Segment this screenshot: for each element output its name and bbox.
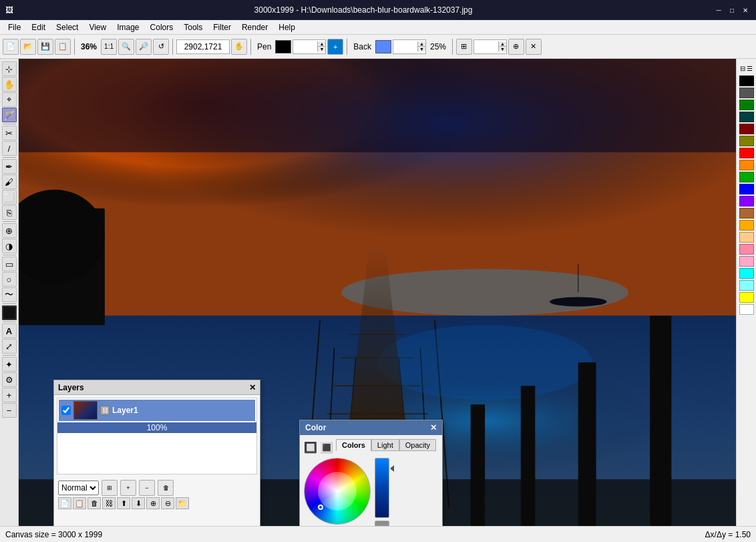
delete-layer-btn[interactable]: 🗑 [87, 497, 101, 509]
canvas-area[interactable]: Layers ✕ ⛓ Layer1 100% Normal ⊞ + [19, 59, 736, 526]
back-value-spinner[interactable]: 192 ▲ ▼ [393, 39, 426, 54]
maximize-button[interactable]: □ [727, 5, 737, 15]
color-icon-2[interactable]: 🔳 [320, 441, 333, 454]
back-up-btn[interactable]: ▲ [417, 41, 425, 47]
swatch-2[interactable] [739, 100, 754, 110]
color-dialog-title[interactable]: Color ✕ [300, 420, 442, 435]
swatch-13[interactable] [739, 232, 754, 243]
menu-image[interactable]: Image [112, 20, 144, 34]
menu-colors[interactable]: Colors [145, 20, 179, 34]
swatch-1[interactable] [739, 88, 754, 98]
menu-tools[interactable]: Tools [178, 20, 208, 34]
layers-delete[interactable]: 🗑 [158, 480, 174, 496]
swatch-19[interactable] [739, 304, 754, 315]
layers-zoom-in[interactable]: + [120, 480, 136, 496]
layers-mode-select[interactable]: Normal [58, 481, 99, 495]
merge-btn[interactable]: ⊕ [146, 497, 160, 509]
extra-action-btn[interactable]: ⊕ [508, 39, 524, 55]
layer-opacity[interactable]: 100% [57, 422, 256, 433]
swatch-15[interactable] [739, 256, 754, 267]
move-down-btn[interactable]: ⬇ [132, 497, 145, 509]
pan-button[interactable]: ✋ [231, 39, 247, 55]
link-layer-btn[interactable]: ⛓ [102, 497, 116, 509]
new-layer-btn[interactable]: 📄 [58, 497, 71, 509]
extra-value-input[interactable]: 255 [474, 40, 498, 53]
move-up-btn[interactable]: ⬆ [117, 497, 130, 509]
back-down-btn[interactable]: ▼ [417, 47, 425, 51]
rotate-button[interactable]: ↺ [153, 39, 169, 55]
tab-opacity[interactable]: Opacity [399, 439, 436, 451]
layer-visibility-checkbox[interactable] [61, 406, 71, 415]
zoom-in-button[interactable]: 🔍 [118, 39, 134, 55]
close-button[interactable]: ✕ [740, 5, 751, 15]
swatch-6[interactable] [739, 148, 754, 158]
rect-select-tool[interactable]: ▭ [2, 257, 17, 271]
menu-edit[interactable]: Edit [26, 20, 51, 34]
swatch-18[interactable] [739, 292, 754, 303]
extra-value-spinner[interactable]: 255 ▲ ▼ [474, 39, 507, 54]
swatch-16[interactable] [739, 268, 754, 279]
back-value-input[interactable]: 192 [393, 40, 417, 53]
pen-down-btn[interactable]: ▼ [317, 47, 325, 51]
color-icon-1[interactable]: 🔲 [304, 441, 317, 454]
crop-tool[interactable]: ✂ [2, 126, 17, 140]
layers-zoom-out[interactable]: − [139, 480, 155, 496]
menu-select[interactable]: Select [51, 20, 83, 34]
menu-help[interactable]: Help [273, 20, 301, 34]
eyedropper-tool[interactable]: / [2, 141, 17, 156]
color-wheel-container[interactable] [304, 458, 371, 525]
settings-tool[interactable]: ⚙ [2, 372, 17, 387]
foreground-color-btn[interactable]: ■ [2, 305, 17, 320]
pen-tool[interactable]: ✒ [2, 159, 17, 174]
extra-up-btn[interactable]: ▲ [498, 41, 506, 47]
flatten-btn[interactable]: ⊖ [161, 497, 174, 509]
heal-tool[interactable]: ⊕ [2, 223, 17, 238]
save-button[interactable]: 💾 [37, 39, 53, 55]
selection-tool[interactable]: ⊹ [2, 61, 17, 76]
pen-value-input[interactable]: 255 [293, 40, 317, 53]
menu-render[interactable]: Render [236, 20, 273, 34]
color-dialog-close-btn[interactable]: ✕ [430, 423, 437, 432]
menu-filter[interactable]: Filter [208, 20, 236, 34]
layers-close-btn[interactable]: ✕ [249, 383, 256, 392]
zoom-out-button[interactable]: 🔎 [136, 39, 152, 55]
swatch-14[interactable] [739, 244, 754, 255]
swatch-0[interactable] [739, 76, 754, 86]
dodge-burn-tool[interactable]: ◑ [2, 239, 17, 253]
hue-slider[interactable] [375, 458, 389, 518]
minimize-button[interactable]: ─ [713, 5, 724, 15]
layers-panel-title[interactable]: Layers ✕ [54, 380, 260, 395]
color-cursor[interactable] [318, 505, 323, 510]
freehand-tool[interactable]: 〜 [2, 287, 17, 302]
lasso-tool[interactable]: ⌖ [2, 92, 17, 107]
move-tool[interactable]: ✋ [2, 77, 17, 92]
new-button[interactable]: 📄 [3, 39, 19, 55]
brush-tool[interactable]: 🖌 [2, 174, 17, 189]
swatch-5[interactable] [739, 136, 754, 146]
text-tool[interactable]: A [2, 323, 17, 338]
layer-link-icon[interactable]: ⛓ [100, 406, 110, 415]
open-button[interactable]: 📂 [20, 39, 36, 55]
extra-btn[interactable]: ⊞ [456, 39, 472, 55]
swatch-11[interactable] [739, 208, 754, 219]
clone-tool[interactable]: ⎘ [2, 205, 17, 220]
swatch-12[interactable] [739, 220, 754, 231]
transform-tool[interactable]: ⤢ [2, 339, 17, 354]
layer-row[interactable]: ⛓ Layer1 [59, 400, 255, 421]
pen-up-btn[interactable]: ▲ [317, 41, 325, 47]
zoom-fit-button[interactable]: 1:1 [101, 39, 117, 55]
new-group-btn[interactable]: 📁 [176, 497, 189, 509]
palette-list-icon[interactable]: ☰ [747, 65, 753, 72]
palette-menu-icon[interactable]: ⊟ [740, 65, 745, 72]
extra-down-btn[interactable]: ▼ [498, 47, 506, 51]
zoom-in-tool[interactable]: + [2, 388, 17, 402]
layers-zoom-fit[interactable]: ⊞ [102, 480, 118, 496]
zoom-out-tool[interactable]: − [2, 403, 17, 418]
pen-extra-btn[interactable]: + [327, 39, 343, 55]
magic-wand-tool[interactable]: 🪄 [2, 108, 17, 122]
pen-color-swatch[interactable] [275, 40, 291, 53]
opacity-slider[interactable] [375, 521, 389, 526]
effects-tool[interactable]: ✦ [2, 357, 17, 372]
reset-button[interactable]: ✕ [526, 39, 542, 55]
swatch-10[interactable] [739, 196, 754, 207]
